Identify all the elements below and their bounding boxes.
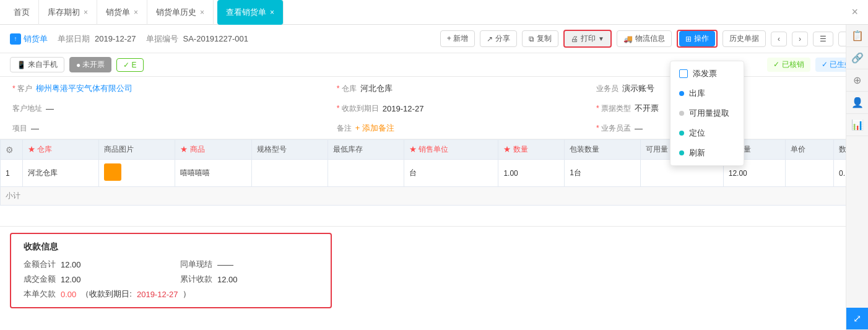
row-spec bbox=[251, 160, 328, 187]
payment-date-field: 收款到期日 2019-12-27 bbox=[337, 103, 596, 114]
invoice-icon bbox=[679, 69, 688, 78]
logistics-button[interactable]: 🚚 物流信息 bbox=[617, 30, 672, 47]
right-icon-expand[interactable]: ⤢ bbox=[846, 308, 869, 330]
address-label: 客户地址 bbox=[12, 103, 42, 114]
same-order-label: 同单现结 bbox=[180, 259, 212, 270]
due-amount-row: 本单欠款 0.00 （收款到期日: 2019-12-27 ） bbox=[24, 289, 318, 300]
doc-meta-date: 单据日期 2019-12-27 bbox=[58, 33, 136, 45]
col-gear: ⚙ bbox=[1, 140, 23, 160]
operate-button[interactable]: ⊞ 操作 bbox=[679, 31, 715, 46]
tab-sales[interactable]: 销货单 × bbox=[97, 0, 147, 25]
tab-inventory[interactable]: 库存期初 × bbox=[39, 0, 97, 25]
payment-title: 收款信息 bbox=[24, 241, 318, 253]
from-mobile-button[interactable]: 📱 来自手机 bbox=[10, 57, 64, 72]
customer-label: 客户 bbox=[12, 84, 32, 94]
deal-amount-row: 成交金额 12.00 bbox=[24, 274, 162, 285]
right-icon-add[interactable]: ⊕ bbox=[846, 69, 869, 92]
tab-home[interactable]: 首页 bbox=[5, 0, 39, 25]
staff-value: 演示账号 bbox=[622, 83, 654, 94]
history-button[interactable]: 历史单据 bbox=[723, 30, 766, 47]
address-field: 客户地址 — bbox=[12, 103, 337, 114]
dropdown-add-invoice[interactable]: 添发票 bbox=[671, 64, 744, 84]
tab-history[interactable]: 销货单历史 × bbox=[147, 0, 214, 25]
not-open-icon: ● bbox=[76, 61, 80, 69]
bottom-section: 收款信息 金额合计 12.00 同单现结 —— 成交金额 12.00 bbox=[0, 226, 868, 315]
tab-view-sales[interactable]: 查看销货单 × bbox=[217, 0, 284, 25]
right-icon-clipboard[interactable]: 📋 bbox=[846, 25, 869, 47]
payment-date-value: 2019-12-27 bbox=[383, 104, 424, 113]
warehouse-label: 仓库 bbox=[337, 84, 357, 94]
tab-close-inventory[interactable]: × bbox=[84, 8, 88, 17]
doc-icon: ↑ bbox=[10, 33, 21, 45]
payment-date-label: 收款到期日 bbox=[337, 103, 379, 114]
tab-close-history[interactable]: × bbox=[200, 8, 204, 17]
right-icon-chart[interactable]: 📊 bbox=[846, 114, 869, 136]
warehouse-value: 河北仓库 bbox=[360, 83, 393, 94]
position-icon bbox=[679, 131, 684, 136]
total-amount-label: 金额合计 bbox=[24, 259, 56, 270]
address-value: — bbox=[46, 104, 54, 113]
not-open-button[interactable]: ● 未开票 bbox=[69, 57, 111, 72]
right-icons-panel: 📋 🔗 ⊕ 👤 📊 ⤢ bbox=[846, 25, 868, 330]
col-warehouse: ★ 仓库 bbox=[23, 140, 99, 160]
due-amount-label: 本单欠款 bbox=[24, 289, 56, 300]
total-amount-value: 12.00 bbox=[61, 260, 81, 269]
confirm-button[interactable]: ✓ E bbox=[116, 58, 143, 72]
print-dropdown-icon: ▼ bbox=[598, 35, 604, 42]
row-no: 1 bbox=[1, 160, 23, 187]
print-button[interactable]: 🖨 打印 ▼ bbox=[563, 30, 612, 48]
col-minstock: 最低库存 bbox=[328, 140, 404, 160]
dropdown-position[interactable]: 定位 bbox=[671, 123, 744, 143]
total-amount-row: 金额合计 12.00 bbox=[24, 259, 162, 270]
tab-close-view-sales[interactable]: × bbox=[270, 8, 274, 17]
payment-grid: 金额合计 12.00 同单现结 —— 成交金额 12.00 累计收款 12.00 bbox=[24, 259, 318, 300]
logistics-icon: 🚚 bbox=[623, 35, 633, 43]
outbound-icon bbox=[679, 91, 684, 96]
same-order-value: —— bbox=[217, 260, 233, 269]
dropdown-outbound[interactable]: 出库 bbox=[671, 84, 744, 103]
new-button[interactable]: + 新增 bbox=[440, 30, 475, 47]
right-icon-user[interactable]: 👤 bbox=[846, 92, 869, 114]
add-remark-button[interactable]: + 添加备注 bbox=[355, 123, 394, 134]
customer-value[interactable]: 柳州粤港平安气体有限公司 bbox=[36, 83, 132, 94]
dropdown-refresh[interactable]: 刷新 bbox=[671, 143, 744, 163]
row-price bbox=[786, 160, 834, 187]
col-qty: ★ 数量 bbox=[498, 140, 565, 160]
staff2-value: — bbox=[635, 124, 643, 133]
share-icon: ↗ bbox=[487, 35, 493, 43]
ticket-type-label: 票据类型 bbox=[596, 103, 631, 114]
warehouse-field: 仓库 河北仓库 bbox=[337, 83, 596, 94]
view-list-button[interactable]: ☰ bbox=[813, 32, 833, 46]
check-icon: ✓ bbox=[773, 60, 779, 69]
col-product: ★ 商品 bbox=[175, 140, 251, 160]
same-order-row: 同单现结 —— bbox=[180, 259, 318, 270]
subtotal-label: 小计 bbox=[1, 187, 868, 206]
print-icon: 🖨 bbox=[571, 35, 578, 43]
right-icon-link[interactable]: 🔗 bbox=[846, 47, 869, 69]
tab-bar-close[interactable]: × bbox=[846, 6, 863, 19]
operate-button-wrapper: ⊞ 操作 bbox=[677, 30, 718, 48]
deal-amount-label: 成交金额 bbox=[24, 274, 56, 285]
due-date-label: （收款到期日: bbox=[81, 289, 132, 300]
copy-button[interactable]: ⧉ 复制 bbox=[522, 30, 558, 47]
cumulative-value: 12.00 bbox=[217, 275, 238, 284]
due-date-suffix: ） bbox=[183, 289, 191, 300]
operate-icon: ⊞ bbox=[685, 35, 692, 43]
nav-prev-button[interactable]: ‹ bbox=[771, 32, 787, 46]
row-qty: 1.00 bbox=[498, 160, 565, 187]
row-minstock bbox=[328, 160, 404, 187]
nav-next-button[interactable]: › bbox=[792, 32, 808, 46]
tab-bar: 首页 库存期初 × 销货单 × 销货单历史 × 查看销货单 × × bbox=[0, 0, 868, 25]
tab-close-sales[interactable]: × bbox=[134, 8, 138, 17]
deal-amount-value: 12.00 bbox=[61, 275, 81, 284]
row-img bbox=[99, 160, 175, 187]
due-date-value: 2019-12-27 bbox=[137, 290, 178, 299]
col-spec: 规格型号 bbox=[251, 140, 328, 160]
row-warehouse: 河北仓库 bbox=[23, 160, 99, 187]
row-packqty: 1台 bbox=[565, 160, 641, 187]
share-button[interactable]: ↗ 分享 bbox=[480, 30, 517, 47]
dropdown-available-extract[interactable]: 可用量提取 bbox=[671, 103, 744, 123]
settings-icon[interactable]: ⚙ bbox=[6, 145, 14, 155]
extract-icon bbox=[679, 111, 684, 116]
staff2-label: 业务员孟 bbox=[596, 123, 631, 134]
